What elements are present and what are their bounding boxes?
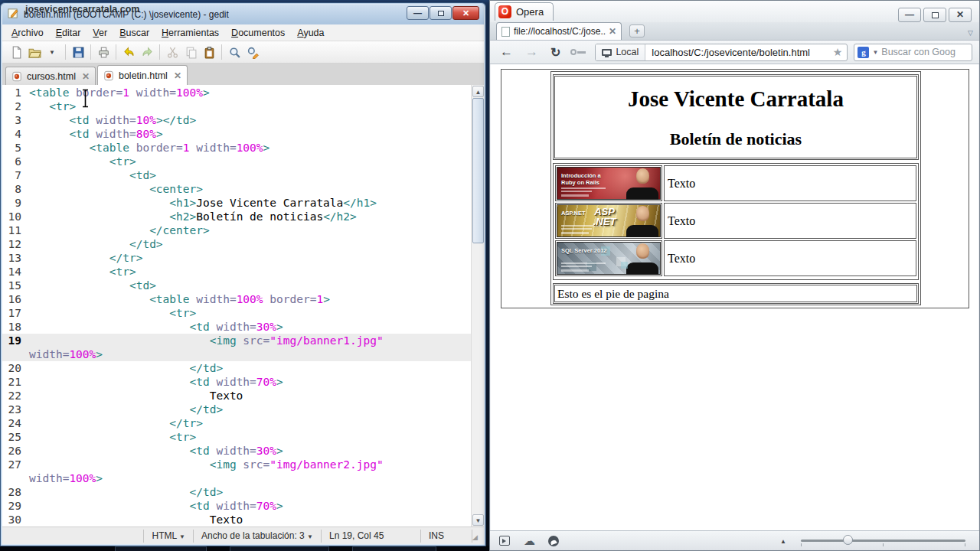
code-line[interactable]: 4 <td width=80%> <box>2 127 471 141</box>
redo-icon[interactable] <box>138 44 156 60</box>
search-placeholder[interactable]: Buscar con Goog <box>881 47 956 57</box>
code-line[interactable]: 11 </center> <box>2 223 471 237</box>
panels-toggle-icon[interactable] <box>499 536 510 546</box>
replace-icon[interactable] <box>243 44 262 60</box>
menu-documentos[interactable]: Documentos <box>225 25 291 41</box>
code-line[interactable]: 24 </tr> <box>2 416 471 430</box>
copy-icon[interactable] <box>181 44 200 60</box>
browser-tab[interactable]: file://localhost/C:/jose... ✕ <box>496 22 622 40</box>
code-line[interactable]: 30 Texto <box>2 513 471 527</box>
code-line[interactable]: 10 <h2>Boletín de noticias</h2> <box>2 210 471 223</box>
search-icon[interactable] <box>225 44 243 60</box>
dropdown-icon[interactable]: ▼ <box>44 44 62 60</box>
menu-herramientas[interactable]: Herramientas <box>155 25 225 41</box>
line-number: 10 <box>2 210 27 223</box>
fit-width-icon[interactable]: ▲ <box>780 538 786 545</box>
presenter-photo <box>626 205 658 237</box>
code-line[interactable]: 27 <img src="img/banner2.jpg" <box>2 458 471 471</box>
code-line[interactable]: 15 <td> <box>2 279 471 292</box>
close-button[interactable]: ✕ <box>452 6 479 20</box>
menu-archivo[interactable]: Archivo <box>5 25 50 41</box>
code-line[interactable]: 14 <tr> <box>2 265 471 279</box>
code-line[interactable]: 5 <table border=1 width=100%> <box>2 141 471 155</box>
code-line[interactable]: 17 <tr> <box>2 306 471 320</box>
code-line[interactable]: 13 </tr> <box>2 251 471 265</box>
code-line[interactable]: 25 <tr> <box>2 430 471 444</box>
tab-close-icon[interactable]: ✕ <box>609 26 616 37</box>
code-line[interactable]: 19 <img src="img/banner1.jpg" <box>2 334 471 347</box>
footer-text: Esto es el pie de pagina <box>554 285 917 302</box>
code-line[interactable]: 23 </td> <box>2 403 471 416</box>
scrollbar-thumb[interactable] <box>472 98 484 243</box>
code-line-wrap[interactable]: width=100%> <box>2 347 471 361</box>
tab-list-chevron-icon[interactable]: ▽ <box>968 29 973 37</box>
menu-ayuda[interactable]: Ayuda <box>291 25 330 41</box>
code-line-wrap[interactable]: width=100%> <box>2 471 471 485</box>
folder-open-icon[interactable] <box>25 44 44 60</box>
code-line[interactable]: 2 <tr> <box>2 99 471 113</box>
code-line[interactable]: 1<table border=1 width=100%> <box>2 86 471 99</box>
zoom-slider[interactable] <box>801 540 965 542</box>
resize-grip[interactable]: ◢ <box>472 533 482 543</box>
code-line[interactable]: 22 Texto <box>2 389 471 403</box>
opera-menu-button[interactable]: O Opera <box>495 2 554 21</box>
code-line[interactable]: 16 <table width=100% border=1> <box>2 292 471 306</box>
opera-titlebar[interactable]: O Opera — ✕ <box>490 1 979 22</box>
tab-width-selector[interactable]: Ancho de la tabulación: 3 ▼ <box>193 530 321 543</box>
gedit-titlebar[interactable]: boletin.html (BOOTCAMP (C:) \josevicente… <box>1 3 485 24</box>
doc-new-icon[interactable] <box>7 44 25 60</box>
code-line[interactable]: 21 <td width=70%> <box>2 375 471 389</box>
scroll-down-icon[interactable]: ▼ <box>472 514 484 526</box>
key-icon[interactable] <box>570 49 586 55</box>
forward-button[interactable]: → <box>525 44 538 60</box>
code-line[interactable]: 12 </td> <box>2 237 471 251</box>
tab-close-icon[interactable]: ✕ <box>174 70 181 81</box>
opera-link-cloud-icon[interactable]: ☁ <box>524 534 535 548</box>
editor-tab-boletin.html[interactable]: boletin.html✕ <box>97 65 188 85</box>
tab-title: file://localhost/C:/jose... <box>514 26 606 37</box>
bookmark-star-icon[interactable]: ★ <box>828 46 848 58</box>
code-line[interactable]: 7 <td> <box>2 168 471 182</box>
language-selector[interactable]: HTML ▼ <box>143 530 193 543</box>
close-button[interactable]: ✕ <box>949 8 972 22</box>
editor-tab-cursos.html[interactable]: cursos.html✕ <box>5 67 96 85</box>
menu-editar[interactable]: Editar <box>50 25 87 41</box>
minimize-button[interactable]: — <box>898 8 921 22</box>
address-bar[interactable]: Local localhost/C:/josevicente/boletin.h… <box>595 44 848 61</box>
code-line[interactable]: 3 <td width=10%></td> <box>2 113 471 127</box>
zoom-slider-thumb[interactable] <box>843 535 853 545</box>
code-line[interactable]: 28 </td> <box>2 485 471 499</box>
editor-scrollbar[interactable]: ▲ ▼ <box>471 85 484 527</box>
new-tab-button[interactable]: + <box>629 24 645 37</box>
code-line[interactable]: 29 <td width=70%> <box>2 499 471 513</box>
cut-icon[interactable] <box>163 44 181 60</box>
opera-turbo-icon[interactable] <box>548 536 559 546</box>
search-box[interactable]: g ▼ Buscar con Goog <box>854 44 972 61</box>
code-line[interactable]: 9 <h1>Jose Vicente Carratala</h1> <box>2 196 471 210</box>
code-line[interactable]: 26 <td width=30%> <box>2 444 471 458</box>
code-line[interactable]: 8 <center> <box>2 182 471 196</box>
code-line[interactable]: 6 <tr> <box>2 155 471 168</box>
back-button[interactable]: ← <box>500 44 513 60</box>
code-line[interactable]: 18 <td width=30%> <box>2 320 471 334</box>
code-lines[interactable]: 1<table border=1 width=100%>2 <tr>3 <td … <box>2 86 471 527</box>
save-icon[interactable] <box>69 44 87 60</box>
paste-icon[interactable] <box>200 44 218 60</box>
maximize-button[interactable] <box>923 8 946 22</box>
maximize-button[interactable] <box>430 6 452 20</box>
scroll-up-icon[interactable]: ▲ <box>472 86 484 97</box>
reload-button[interactable]: ↻ <box>550 45 560 60</box>
line-number: 22 <box>2 389 27 403</box>
url-text[interactable]: localhost/C:/josevicente/boletin.html <box>645 47 828 58</box>
code-line[interactable]: 20 </td> <box>2 361 471 375</box>
minimize-button[interactable]: — <box>407 6 429 20</box>
rendered-main-cell: Jose Vicente Carratala Boletín de notici… <box>550 71 921 305</box>
undo-icon[interactable] <box>119 44 138 60</box>
menu-buscar[interactable]: Buscar <box>113 25 155 41</box>
print-icon[interactable] <box>94 44 113 60</box>
code-editor[interactable]: 1<table border=1 width=100%>2 <tr>3 <td … <box>2 85 484 527</box>
tab-close-icon[interactable]: ✕ <box>82 71 90 82</box>
search-engine-chevron-icon[interactable]: ▼ <box>872 49 878 56</box>
menu-ver[interactable]: Ver <box>87 25 113 41</box>
line-number: 5 <box>2 141 27 155</box>
